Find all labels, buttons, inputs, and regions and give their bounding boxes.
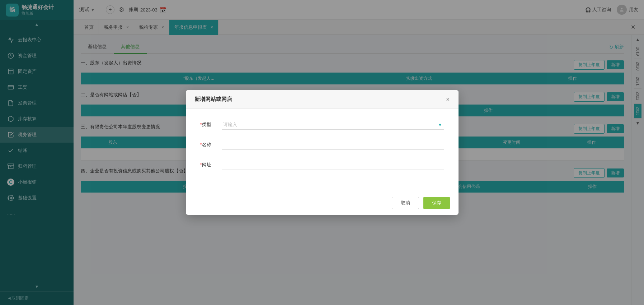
- form-input-wrap-type: ▾: [222, 120, 444, 130]
- dialog-title: 新增网站或网店: [194, 96, 232, 103]
- form-label-name: *名称: [200, 142, 222, 148]
- type-input[interactable]: [222, 120, 444, 130]
- dialog-footer: 取消 保存: [186, 191, 459, 215]
- dialog-body: *类型 ▾ *名称 *网址: [186, 109, 459, 191]
- form-row-type: *类型 ▾: [200, 120, 444, 130]
- form-label-url: *网址: [200, 162, 222, 168]
- dialog-overlay: 新增网站或网店 × *类型 ▾ *名称: [0, 0, 644, 305]
- form-input-wrap-name: [222, 140, 444, 150]
- form-row-name: *名称: [200, 140, 444, 150]
- form-label-type: *类型: [200, 121, 222, 128]
- dialog-header: 新增网站或网店 ×: [186, 90, 459, 109]
- cancel-button[interactable]: 取消: [392, 197, 419, 209]
- type-dropdown-arrow[interactable]: ▾: [439, 122, 441, 128]
- url-input[interactable]: [222, 160, 444, 170]
- add-website-dialog: 新增网站或网店 × *类型 ▾ *名称: [186, 90, 459, 215]
- dialog-close-button[interactable]: ×: [446, 96, 450, 103]
- form-input-wrap-url: [222, 160, 444, 170]
- name-input[interactable]: [222, 140, 444, 150]
- form-row-url: *网址: [200, 160, 444, 170]
- save-button[interactable]: 保存: [423, 197, 450, 209]
